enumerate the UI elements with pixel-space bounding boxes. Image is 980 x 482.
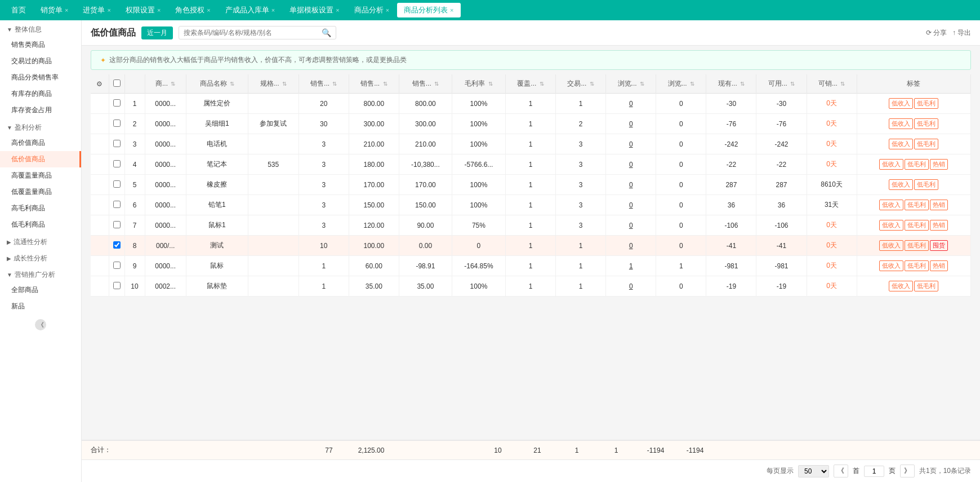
th-gross-margin[interactable]: 毛利率 ⇅ — [452, 74, 505, 94]
nav-item-商品分析列表[interactable]: 商品分析列表× — [397, 3, 460, 17]
search-input[interactable] — [184, 29, 318, 37]
row-trans: 2 — [556, 114, 606, 134]
nav-close-商品分析[interactable]: × — [386, 7, 389, 14]
sidebar-item-新品[interactable]: 新品 — [0, 298, 81, 315]
th-browse1[interactable]: 浏览... ⇅ — [606, 74, 656, 94]
first-page-btn[interactable]: 《 — [834, 465, 848, 477]
nav-item-首页[interactable]: 首页 — [5, 3, 33, 17]
th-spec[interactable]: 规格... ⇅ — [248, 74, 299, 94]
row-browse1[interactable]: 0 — [606, 134, 656, 154]
row-checkbox[interactable] — [109, 134, 124, 154]
sidebar-group-营销推广分析[interactable]: ▼ 营销推广分析 — [0, 266, 81, 282]
row-gear[interactable] — [91, 256, 109, 276]
page-size-select[interactable]: 50 100 200 — [798, 465, 829, 477]
row-gear[interactable] — [91, 134, 109, 154]
th-available[interactable]: 可用... ⇅ — [756, 74, 807, 94]
th-current[interactable]: 现有... ⇅ — [706, 74, 756, 94]
sidebar-item-高毛利商品[interactable]: 高毛利商品 — [0, 200, 81, 216]
row-checkbox[interactable] — [109, 236, 124, 256]
search-icon[interactable]: 🔍 — [322, 28, 331, 37]
th-coverage[interactable]: 覆盖... ⇅ — [505, 74, 555, 94]
row-sale-profit: 0.00 — [399, 236, 452, 256]
row-checkbox[interactable] — [109, 276, 124, 297]
row-tags: 低收入低毛利热销 — [857, 195, 970, 215]
nav-item-产成品入库单[interactable]: 产成品入库单× — [219, 3, 282, 17]
row-browse1[interactable]: 0 — [606, 276, 656, 297]
next-page-btn[interactable]: 》 — [900, 465, 915, 477]
th-sale-qty[interactable]: 销售... ⇅ — [299, 74, 349, 94]
export-btn[interactable]: ↑ 导出 — [952, 28, 971, 38]
sidebar-item-低毛利商品[interactable]: 低毛利商品 — [0, 216, 81, 233]
row-checkbox[interactable] — [109, 215, 124, 236]
row-sale-qty: 1 — [299, 256, 349, 276]
row-gear[interactable] — [91, 195, 109, 215]
row-gear[interactable] — [91, 276, 109, 297]
th-name[interactable]: 商品名称 ⇅ — [186, 74, 248, 94]
row-checkbox[interactable] — [109, 154, 124, 175]
row-gear[interactable] — [91, 215, 109, 236]
nav-close-商品分析列表[interactable]: × — [450, 7, 453, 14]
sidebar-item-商品分类销售率[interactable]: 商品分类销售率 — [0, 69, 81, 86]
nav-close-产成品入库单[interactable]: × — [271, 7, 275, 14]
nav-item-角色授权[interactable]: 角色授权× — [168, 3, 217, 17]
nav-item-权限设置[interactable]: 权限设置× — [119, 3, 167, 17]
th-trans[interactable]: 交易... ⇅ — [556, 74, 606, 94]
row-checkbox[interactable] — [109, 195, 124, 215]
sidebar-group-成长性分析[interactable]: ▶ 成长性分析 — [0, 249, 81, 266]
row-gear[interactable] — [91, 154, 109, 175]
time-filter-btn[interactable]: 近一月 — [141, 26, 173, 39]
row-browse1[interactable]: 0 — [606, 215, 656, 236]
th-code[interactable]: 商... ⇅ — [145, 74, 186, 94]
sidebar-group-整体信息[interactable]: ▼ 整体信息 — [0, 20, 81, 37]
nav-close-权限设置[interactable]: × — [157, 7, 161, 14]
table-container[interactable]: ⚙ 商... ⇅ 商品名称 ⇅ 规格... ⇅ 销售... ⇅ 销售... ⇅ … — [82, 74, 980, 440]
row-browse1[interactable]: 0 — [606, 236, 656, 256]
gear-header[interactable]: ⚙ — [91, 74, 109, 94]
th-sale-profit[interactable]: 销售... ⇅ — [399, 74, 452, 94]
sidebar-collapse-btn[interactable]: 《 — [35, 319, 46, 330]
row-browse1[interactable]: 0 — [606, 195, 656, 215]
sidebar-group-盈利分析[interactable]: ▼ 盈利分析 — [0, 118, 81, 135]
sidebar-group-流通性分析[interactable]: ▶ 流通性分析 — [0, 233, 81, 249]
sidebar-item-低价值商品[interactable]: 低价值商品 — [0, 151, 81, 167]
sidebar-item-高价值商品[interactable]: 高价值商品 — [0, 135, 81, 151]
row-checkbox[interactable] — [109, 114, 124, 134]
sidebar-item-低覆盖量商品[interactable]: 低覆盖量商品 — [0, 184, 81, 200]
row-checkbox[interactable] — [109, 175, 124, 195]
nav-close-单据模板设置[interactable]: × — [336, 7, 339, 14]
row-gear[interactable] — [91, 236, 109, 256]
checkbox-header[interactable] — [109, 74, 124, 94]
sidebar-item-销售类商品[interactable]: 销售类商品 — [0, 37, 81, 53]
nav-item-销货单[interactable]: 销货单× — [34, 3, 75, 17]
row-gear[interactable] — [91, 175, 109, 195]
th-sale-amount[interactable]: 销售... ⇅ — [349, 74, 399, 94]
row-num: 7 — [124, 215, 145, 236]
th-browse2[interactable]: 浏览... ⇅ — [656, 74, 706, 94]
share-btn[interactable]: ⟳ 分享 — [926, 28, 947, 38]
nav-close-角色授权[interactable]: × — [207, 7, 210, 14]
th-saleable[interactable]: 可销... ⇅ — [807, 74, 857, 94]
nav-close-进货单[interactable]: × — [107, 7, 110, 14]
row-checkbox[interactable] — [109, 256, 124, 276]
row-browse1[interactable]: 0 — [606, 154, 656, 175]
row-browse1[interactable]: 0 — [606, 114, 656, 134]
row-gear[interactable] — [91, 94, 109, 114]
row-spec — [248, 94, 299, 114]
sidebar-item-交易过的商品[interactable]: 交易过的商品 — [0, 53, 81, 69]
row-gear[interactable] — [91, 114, 109, 134]
nav-close-销货单[interactable]: × — [65, 7, 68, 14]
nav-item-单据模板设置[interactable]: 单据模板设置× — [283, 3, 346, 17]
sidebar-item-高覆盖量商品[interactable]: 高覆盖量商品 — [0, 167, 81, 184]
sidebar-item-有库存的商品[interactable]: 有库存的商品 — [0, 86, 81, 102]
select-all-checkbox[interactable] — [113, 79, 121, 87]
sidebar-item-全部商品[interactable]: 全部商品 — [0, 282, 81, 298]
page-input[interactable] — [864, 466, 884, 477]
row-browse1[interactable]: 0 — [606, 94, 656, 114]
row-sale-amount: 120.00 — [349, 215, 399, 236]
row-checkbox[interactable] — [109, 94, 124, 114]
row-browse1[interactable]: 0 — [606, 175, 656, 195]
nav-item-进货单[interactable]: 进货单× — [76, 3, 117, 17]
sidebar-item-库存资金占用[interactable]: 库存资金占用 — [0, 102, 81, 118]
row-browse1[interactable]: 1 — [606, 256, 656, 276]
nav-item-商品分析[interactable]: 商品分析× — [348, 3, 396, 17]
